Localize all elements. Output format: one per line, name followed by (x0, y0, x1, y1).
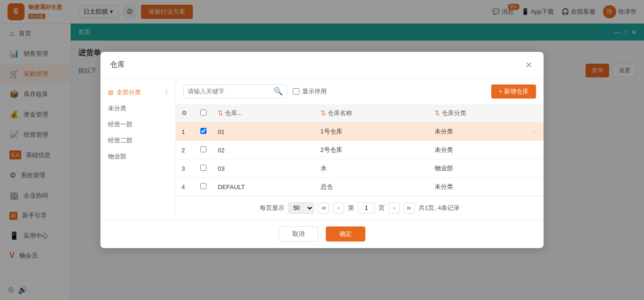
row-checkbox[interactable] (200, 165, 206, 171)
search-icon[interactable]: 🔍 (273, 87, 283, 96)
row-num: 1 (176, 122, 195, 141)
th-name: ⇅仓库名称 (315, 104, 429, 123)
table-panel: 🔍 显示停用 + 新增仓库 ⚙ (176, 79, 544, 220)
dialog-footer: 取消 确定 (100, 219, 544, 248)
row-actions[interactable]: ··· (533, 127, 538, 136)
category-all[interactable]: ⊞ 全部分类 《 (100, 84, 175, 100)
show-disabled-checkbox[interactable] (293, 88, 299, 95)
row-num: 2 (176, 141, 195, 159)
last-page-btn[interactable]: ⊳ (404, 202, 415, 214)
modal-overlay: 仓库 ✕ ⊞ 全部分类 《 未分类 经营一部 经营二部 物业部 (0, 0, 644, 300)
category-all-label: 全部分类 (116, 88, 141, 97)
total-label: 共1页, 4条记录 (419, 204, 460, 212)
row-category: 未分类··· (429, 123, 544, 141)
page-label: 第 (348, 204, 354, 212)
row-checkbox[interactable] (200, 183, 206, 189)
grid-icon: ⊞ (108, 89, 114, 96)
add-warehouse-btn[interactable]: + 新增仓库 (491, 84, 536, 99)
th-code: ⇅仓库... (212, 104, 315, 123)
category-panel: ⊞ 全部分类 《 未分类 经营一部 经营二部 物业部 (100, 79, 176, 220)
row-checkbox[interactable] (200, 146, 206, 152)
dialog-close-btn[interactable]: ✕ (523, 59, 534, 71)
pagination: 每页显示 50 100 ⊲ ‹ 第 页 › ⊳ 共1页, 4条记录 (176, 196, 544, 219)
search-input-wrap: 🔍 (183, 84, 287, 98)
prev-page-btn[interactable]: ‹ (333, 202, 344, 214)
th-checkbox (195, 104, 212, 123)
sort-icon: ⇅ (218, 109, 223, 117)
th-settings: ⚙ (176, 104, 195, 123)
row-checkbox-cell (195, 159, 212, 178)
warehouse-dialog: 仓库 ✕ ⊞ 全部分类 《 未分类 经营一部 经营二部 物业部 (100, 52, 544, 249)
search-bar: 🔍 显示停用 + 新增仓库 (176, 79, 544, 104)
collapse-btn[interactable]: 《 (162, 88, 168, 96)
warehouse-table: ⚙ ⇅仓库... ⇅仓库名称 (176, 104, 544, 197)
row-checkbox[interactable] (200, 128, 206, 134)
show-disabled-label: 显示停用 (293, 87, 327, 96)
row-category: 未分类 (429, 178, 544, 196)
dialog-body: ⊞ 全部分类 《 未分类 经营一部 经营二部 物业部 🔍 (100, 79, 544, 220)
table-row[interactable]: 3 03 水 物业部 (176, 159, 544, 178)
search-input[interactable] (188, 85, 273, 98)
select-all-checkbox[interactable] (200, 109, 206, 116)
row-code: 01 (212, 122, 315, 141)
row-category: 物业部 (429, 159, 544, 178)
page-input[interactable] (358, 202, 375, 214)
category-property[interactable]: 物业部 (100, 149, 175, 165)
row-code: 03 (212, 159, 315, 178)
row-num: 4 (176, 178, 195, 196)
cancel-button[interactable]: 取消 (279, 226, 318, 242)
category-ops2[interactable]: 经营二部 (100, 133, 175, 149)
row-name: 总仓 (315, 178, 429, 196)
per-page-label: 每页显示 (260, 204, 284, 212)
row-name: 水 (315, 159, 429, 178)
row-checkbox-cell (195, 178, 212, 196)
row-num: 3 (176, 159, 195, 178)
per-page-select[interactable]: 50 100 (288, 202, 314, 214)
settings-icon: ⚙ (182, 109, 187, 117)
confirm-button[interactable]: 确定 (326, 226, 365, 242)
row-category: 未分类 (429, 141, 544, 159)
category-ops1[interactable]: 经营一部 (100, 117, 175, 133)
page-suffix: 页 (379, 204, 385, 212)
category-unclassified[interactable]: 未分类 (100, 100, 175, 117)
row-code: 02 (212, 141, 315, 159)
th-category: ⇅仓库分类 (429, 104, 544, 123)
row-code: DEFAULT (212, 178, 315, 196)
table-row[interactable]: 1 01 1号仓库 未分类··· (176, 122, 544, 141)
row-checkbox-cell (195, 141, 212, 159)
first-page-btn[interactable]: ⊲ (318, 202, 329, 214)
table-row[interactable]: 2 02 2号仓库 未分类 (176, 141, 544, 159)
next-page-btn[interactable]: › (388, 202, 400, 214)
row-name: 2号仓库 (315, 141, 429, 159)
sort-icon-name: ⇅ (321, 109, 326, 117)
dialog-title: 仓库 (110, 60, 125, 70)
row-checkbox-cell (195, 122, 212, 141)
sort-icon-cat: ⇅ (435, 109, 440, 117)
dialog-header: 仓库 ✕ (100, 52, 544, 79)
row-name: 1号仓库 (315, 122, 429, 141)
table-row[interactable]: 4 DEFAULT 总仓 未分类 (176, 178, 544, 196)
